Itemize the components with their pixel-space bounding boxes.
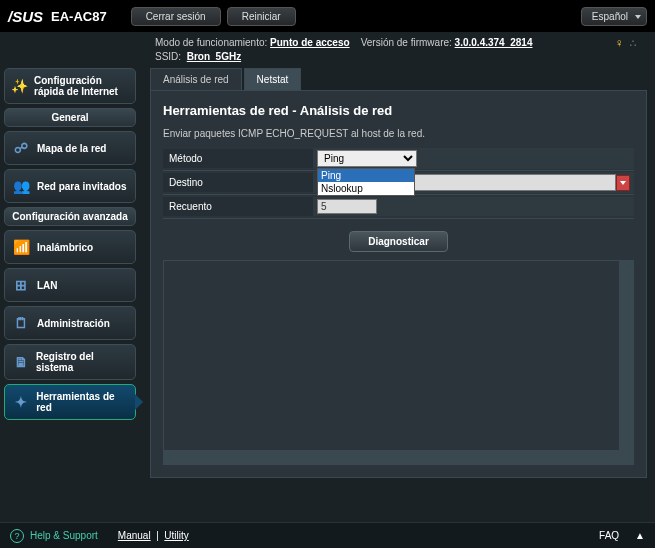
mode-label: Modo de funcionamiento: [155,36,267,50]
count-label: Recuento [163,197,313,216]
ssid-value: Bron_5GHz [187,51,241,62]
sidebar-item-qis[interactable]: ✨ Configuración rápida de Internet [4,68,136,104]
sidebar-item-label: Inalámbrico [37,242,93,253]
method-option-ping[interactable]: Ping [318,169,414,182]
sidebar-item-system-log[interactable]: 🗎 Registro del sistema [4,344,136,380]
output-textarea[interactable] [163,260,634,465]
model-label: EA-AC87 [51,9,107,24]
tab-netstat[interactable]: Netstat [244,68,302,90]
language-select[interactable]: Español [581,7,647,26]
scrollbar-horizontal[interactable] [164,450,619,464]
clients-icon[interactable]: ⛬ [627,36,639,50]
sidebar-item-guest-network[interactable]: 👥 Red para invitados [4,169,136,203]
count-input[interactable] [317,199,377,214]
sidebar-item-label: Administración [37,318,110,329]
method-dropdown-list[interactable]: Ping Nslookup [317,168,415,196]
utility-link[interactable]: Utility [164,530,188,541]
sidebar-item-label: Red para invitados [37,181,126,192]
help-icon: ? [10,529,24,543]
brand-logo: /SUS [8,8,43,25]
scrollbar-vertical[interactable] [619,261,633,464]
destination-dropdown-button[interactable] [616,175,630,191]
sidebar-item-label: Herramientas de red [36,391,129,413]
sidebar-section-general: General [4,108,136,127]
admin-icon: 🗒 [11,313,31,333]
fw-label: Versión de firmware: [361,36,452,50]
wifi-icon: 📶 [11,237,31,257]
method-select[interactable]: Ping [317,150,417,167]
sidebar-item-lan[interactable]: ⊞ LAN [4,268,136,302]
tab-network-analysis[interactable]: Análisis de red [150,68,242,90]
fw-value[interactable]: 3.0.0.4.374_2814 [455,36,533,50]
signal-icon[interactable]: ♀ [615,36,624,50]
manual-link[interactable]: Manual [118,530,151,541]
mode-value[interactable]: Punto de acceso [270,36,349,50]
sidebar-item-wireless[interactable]: 📶 Inalámbrico [4,230,136,264]
page-title: Herramientas de red - Análisis de red [163,103,634,118]
lan-icon: ⊞ [11,275,31,295]
wand-icon: ✨ [11,76,28,96]
people-icon: 👥 [11,176,31,196]
page-description: Enviar paquetes ICMP ECHO_REQUEST al hos… [163,128,634,139]
network-map-icon: ☍ [11,138,31,158]
tools-icon: ✦ [11,392,30,412]
log-icon: 🗎 [11,352,30,372]
sidebar-item-label: LAN [37,280,58,291]
top-arrow-icon[interactable]: ▲ [635,530,645,541]
sidebar-item-label: Mapa de la red [37,143,106,154]
sidebar-item-label: Registro del sistema [36,351,129,373]
sidebar-item-network-map[interactable]: ☍ Mapa de la red [4,131,136,165]
reboot-button[interactable]: Reiniciar [227,7,296,26]
sidebar-item-administration[interactable]: 🗒 Administración [4,306,136,340]
ssid-label: SSID: [155,51,181,62]
sidebar-section-advanced: Configuración avanzada [4,207,136,226]
logout-button[interactable]: Cerrar sesión [131,7,221,26]
method-option-nslookup[interactable]: Nslookup [318,182,414,195]
faq-link[interactable]: FAQ [599,530,619,541]
sidebar-item-label: Configuración rápida de Internet [34,75,129,97]
sidebar-item-network-tools[interactable]: ✦ Herramientas de red [4,384,136,420]
method-label: Método [163,149,313,168]
destination-label: Destino [163,173,313,192]
help-support-link[interactable]: Help & Support [30,530,98,541]
diagnose-button[interactable]: Diagnosticar [349,231,448,252]
